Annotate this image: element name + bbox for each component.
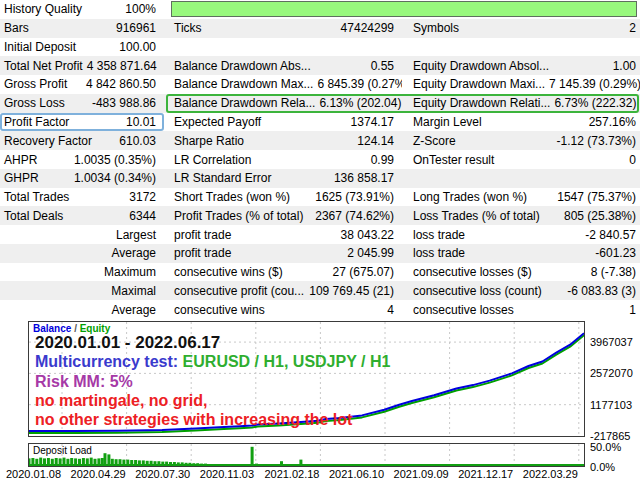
stat-cell: Average (0, 246, 163, 260)
stat-value: 109 769.45 (21) (309, 284, 394, 298)
stat-label: OnTester result (413, 153, 494, 167)
stat-value: 916961 (116, 21, 156, 35)
annotation-multicurrency: Multicurrency test: EURUSD / H1, USDJPY … (35, 353, 390, 371)
y-axis-label: 3967037 (590, 336, 640, 348)
stat-value: 100% (125, 2, 156, 16)
history-quality-bar (171, 1, 637, 17)
stat-value: 1.0035 (0.35%) (74, 153, 156, 167)
stat-label: Gross Profit (4, 77, 67, 91)
stat-value: Largest (116, 228, 156, 242)
stat-value: 100.00 (119, 40, 156, 54)
stat-value: 1.0034 (0.34%) (74, 171, 156, 185)
stat-cell: loss trade-601.23 (402, 246, 640, 260)
stat-label: Profit Trades (% of total) (174, 209, 303, 223)
table-row: Averageprofit trade2 045.99loss trade-60… (0, 244, 640, 263)
table-row: GHPR1.0034 (0.34%)LR Standard Error136 8… (0, 169, 640, 188)
stat-label: Equity Drawdown Absol... (413, 59, 549, 73)
stat-label: Balance Drawdown Max... (174, 77, 313, 91)
stat-value: 257.16% (589, 115, 636, 129)
stat-cell: Short Trades (won %)1625 (73.91%) (163, 190, 402, 204)
stat-value: 136 858.17 (334, 171, 394, 185)
deposit-load-chart[interactable]: Deposit Load (28, 443, 585, 467)
stat-label: Ticks (174, 21, 202, 35)
annotation-date-range: 2020.01.01 - 2022.06.17 (35, 333, 220, 353)
stat-cell: Equity Drawdown Relati...6.73% (222.32) (402, 96, 640, 110)
table-row: Gross Loss-483 988.86Balance Drawdown Re… (0, 94, 640, 113)
table-row: Recovery Factor610.03Sharpe Ratio124.14Z… (0, 131, 640, 150)
stat-label: Short Trades (won %) (174, 190, 290, 204)
stat-label: consecutive losses (413, 303, 514, 317)
stat-cell: consecutive losses ($)8 (-7.38) (402, 265, 640, 279)
x-axis-label: 2021.09.09 (394, 468, 454, 480)
stat-value: 6.73% (222.32) (554, 96, 636, 110)
stat-label: consecutive losses ($) (413, 265, 532, 279)
stat-label: Total Net Profit (4, 59, 83, 73)
stat-value: -601.23 (595, 246, 636, 260)
stat-label: Equity Drawdown Relati... (413, 96, 550, 110)
stat-cell: AHPR1.0035 (0.35%) (0, 153, 163, 167)
stat-cell: Balance Drawdown Max...6 845.39 (0.27%) (163, 77, 402, 91)
stat-label: loss trade (413, 228, 465, 242)
stat-value: 2 (629, 21, 636, 35)
stat-cell: consecutive wins4 (163, 303, 402, 317)
stat-label: Margin Level (413, 115, 482, 129)
stat-value: 4 358 871.64 (87, 59, 157, 73)
stat-label: Total Deals (4, 209, 63, 223)
stat-cell: Expected Payoff1374.17 (163, 115, 402, 129)
stat-cell: consecutive wins ($)27 (675.07) (163, 265, 402, 279)
balance-equity-chart[interactable]: Balance / Equity 2020.01.01 - 2022.06.17… (28, 321, 585, 437)
stat-cell: History Quality100% (0, 2, 163, 16)
stat-label: profit trade (174, 246, 231, 260)
annotation-no-martingale: no martingale, no grid, (35, 392, 207, 410)
stat-cell: LR Correlation0.99 (163, 153, 402, 167)
stat-value: 610.03 (119, 134, 156, 148)
table-row: History Quality100% (0, 0, 640, 19)
stat-value: -6 083.83 (3) (567, 284, 636, 298)
stat-value: 1625 (73.91%) (315, 190, 394, 204)
stat-cell: consecutive profit (cou...109 769.45 (21… (163, 284, 402, 298)
table-row: AHPR1.0035 (0.35%)LR Correlation0.99OnTe… (0, 150, 640, 169)
stat-label: Long Trades (won %) (413, 190, 527, 204)
stat-cell: LR Standard Error136 858.17 (163, 171, 402, 185)
x-axis-label: 2020.07.30 (135, 468, 195, 480)
stat-cell: Recovery Factor610.03 (0, 134, 163, 148)
stat-label: Bars (4, 21, 29, 35)
x-axis-label: 2020.11.03 (200, 468, 260, 480)
stat-value: Maximum (104, 265, 156, 279)
y-axis-label: 1177103 (590, 399, 640, 411)
stat-label: consecutive profit (cou... (174, 284, 304, 298)
table-row: Maximalconsecutive profit (cou...109 769… (0, 281, 640, 300)
stat-cell: profit trade2 045.99 (163, 246, 402, 260)
stat-value: 3172 (129, 190, 156, 204)
stat-value: 1547 (75.37%) (557, 190, 636, 204)
stat-label: loss trade (413, 246, 465, 260)
stat-cell: Gross Loss-483 988.86 (0, 96, 163, 110)
stat-value: 2367 (74.62%) (315, 209, 394, 223)
stat-label: Loss Trades (% of total) (413, 209, 540, 223)
stat-value: 10.01 (126, 115, 156, 129)
stat-cell: consecutive loss (count)-6 083.83 (3) (402, 284, 640, 298)
stat-value: 6 845.39 (0.27%) (317, 77, 402, 91)
stat-value: 1.00 (613, 59, 636, 73)
stat-cell: Balance Drawdown Rela...6.13% (202.04) (163, 96, 402, 110)
stat-cell: Initial Deposit100.00 (0, 40, 163, 54)
stat-value: 47424299 (341, 21, 394, 35)
stat-cell: loss trade-2 840.57 (402, 228, 640, 242)
stat-cell: consecutive losses1 (402, 303, 640, 317)
stat-value: 1 (629, 303, 636, 317)
stat-cell: profit trade38 043.22 (163, 228, 402, 242)
stat-value: 4 842 860.50 (86, 77, 156, 91)
stat-value: 0 (629, 153, 636, 167)
stat-value: -483 988.86 (92, 96, 156, 110)
y-axis-label: 2572070 (590, 367, 640, 379)
stat-cell: Profit Trades (% of total)2367 (74.62%) (163, 209, 402, 223)
stat-cell: Largest (0, 228, 163, 242)
stat-label: Z-Score (413, 134, 456, 148)
annotation-multicurrency-symbols: EURUSD / H1, USDJPY / H1 (183, 353, 391, 370)
table-row: Total Net Profit4 358 871.64Balance Draw… (0, 56, 640, 75)
stat-label: Recovery Factor (4, 134, 92, 148)
deposit-load-canvas (29, 444, 584, 466)
x-axis-label: 2021.12.17 (458, 468, 518, 480)
stat-label: LR Standard Error (174, 171, 271, 185)
table-row: Bars916961Ticks47424299Symbols2 (0, 19, 640, 38)
